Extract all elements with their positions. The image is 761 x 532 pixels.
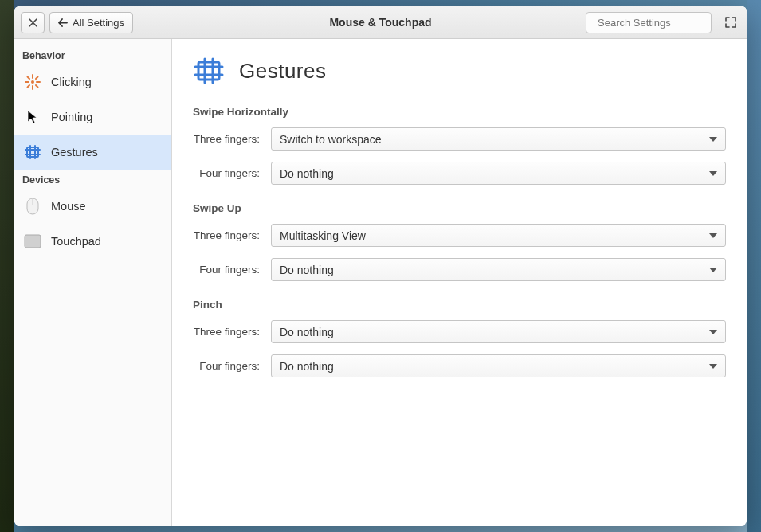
combo-value: Multitasking View (280, 229, 366, 242)
chevron-down-icon (709, 330, 717, 334)
combo-swipe-up-four[interactable]: Do nothing (271, 258, 726, 281)
combo-value: Do nothing (280, 167, 334, 180)
combo-value: Switch to workspace (280, 133, 382, 146)
sidebar-item-label: Touchpad (51, 235, 101, 248)
svg-point-9 (31, 80, 34, 84)
combo-swipe-h-four[interactable]: Do nothing (271, 162, 726, 185)
gestures-icon (24, 143, 41, 161)
chevron-down-icon (709, 171, 717, 176)
section-pinch: Pinch (193, 299, 726, 311)
row-swipe-h-four: Four fingers: Do nothing (193, 162, 726, 185)
combo-value: Do nothing (280, 326, 334, 338)
svg-line-5 (28, 77, 30, 80)
row-swipe-up-three: Three fingers: Multitasking View (193, 224, 726, 247)
section-swipe-horizontally: Swipe Horizontally (193, 106, 726, 118)
maximize-button[interactable] (721, 13, 740, 32)
svg-line-6 (36, 85, 38, 88)
combo-swipe-h-three[interactable]: Switch to workspace (271, 127, 726, 151)
page-heading: Gestures (193, 57, 726, 85)
row-pinch-three: Three fingers: Do nothing (193, 320, 726, 343)
back-arrow-icon (58, 18, 68, 27)
gestures-heading-icon (193, 57, 225, 85)
sidebar-item-touchpad[interactable]: Touchpad (14, 224, 171, 259)
page-title: Gestures (239, 59, 327, 84)
chevron-down-icon (709, 364, 717, 369)
row-swipe-h-three: Three fingers: Switch to workspace (193, 127, 726, 151)
search-field[interactable] (586, 12, 712, 33)
mouse-icon (24, 198, 41, 215)
all-settings-button[interactable]: All Settings (49, 12, 133, 33)
svg-line-8 (36, 77, 38, 80)
row-pinch-four: Four fingers: Do nothing (193, 354, 726, 377)
svg-line-7 (28, 85, 30, 88)
all-settings-label: All Settings (73, 17, 124, 29)
sidebar-item-label: Mouse (51, 200, 86, 213)
section-swipe-up: Swipe Up (193, 202, 726, 214)
sidebar-item-label: Clicking (51, 76, 92, 88)
row-label: Four fingers: (193, 264, 260, 276)
combo-pinch-four[interactable]: Do nothing (271, 354, 726, 377)
sidebar-item-mouse[interactable]: Mouse (14, 189, 171, 224)
sidebar-item-pointing[interactable]: Pointing (14, 100, 171, 135)
sidebar-item-label: Gestures (51, 146, 98, 158)
sidebar-item-label: Pointing (51, 111, 92, 123)
desktop-wallpaper-right (747, 0, 761, 532)
row-label: Three fingers: (193, 229, 260, 241)
sidebar-section-behavior: Behavior (14, 45, 171, 65)
row-label: Four fingers: (193, 360, 260, 372)
chevron-down-icon (709, 268, 717, 272)
sidebar-section-devices: Devices (14, 170, 171, 189)
desktop-wallpaper-left (0, 0, 14, 532)
row-swipe-up-four: Four fingers: Do nothing (193, 258, 726, 281)
combo-value: Do nothing (280, 360, 334, 373)
row-label: Three fingers: (193, 133, 260, 145)
close-icon (29, 18, 37, 27)
titlebar: All Settings Mouse & Touchpad (14, 6, 747, 39)
sidebar: Behavior Clicking Pointing Gestures D (14, 39, 172, 526)
sidebar-item-clicking[interactable]: Clicking (14, 65, 171, 100)
combo-value: Do nothing (280, 264, 334, 276)
combo-swipe-up-three[interactable]: Multitasking View (271, 224, 726, 247)
svg-rect-10 (27, 147, 38, 157)
sidebar-item-gestures[interactable]: Gestures (14, 135, 171, 170)
chevron-down-icon (709, 233, 717, 238)
chevron-down-icon (709, 137, 717, 142)
combo-pinch-three[interactable]: Do nothing (271, 320, 726, 343)
maximize-icon (725, 17, 736, 28)
search-input[interactable] (598, 17, 732, 29)
main-panel: Gestures Swipe Horizontally Three finger… (172, 39, 747, 526)
row-label: Three fingers: (193, 326, 260, 338)
content-area: Behavior Clicking Pointing Gestures D (14, 39, 747, 526)
settings-window: All Settings Mouse & Touchpad Behavior C… (14, 6, 747, 526)
svg-rect-18 (198, 62, 219, 80)
close-button[interactable] (21, 12, 45, 33)
touchpad-icon (24, 233, 41, 250)
click-icon (24, 73, 41, 91)
svg-rect-17 (25, 235, 41, 248)
cursor-icon (24, 108, 41, 126)
row-label: Four fingers: (193, 167, 260, 179)
